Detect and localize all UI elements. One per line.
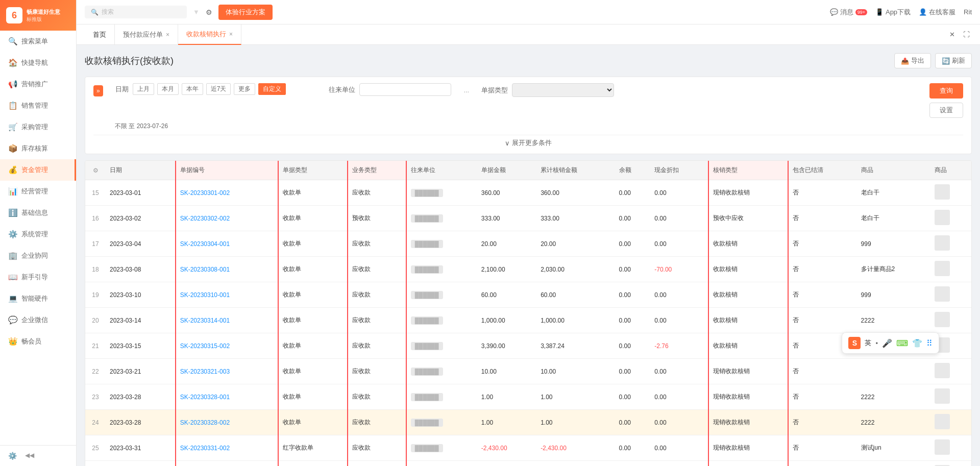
cell-product2: [930, 410, 971, 435]
cell-partner: ██████: [406, 206, 477, 231]
col-header-settings[interactable]: ⚙: [85, 161, 106, 180]
filter-date: 日期 上月 本月 本年 近7天 更多 自定义: [115, 83, 286, 95]
date-btn-more[interactable]: 更多: [234, 83, 255, 95]
sidebar-item-inventory[interactable]: 📦 库存核算: [0, 138, 76, 159]
cell-product2: [930, 180, 971, 206]
system-icon: ⚙️: [8, 230, 17, 239]
message-icon: 💬: [830, 8, 838, 16]
sidebar-item-marketing[interactable]: 📢 营销推广: [0, 73, 76, 95]
cell-bill-type: 收款单: [278, 282, 348, 308]
chevron-down-icon: ∨: [505, 139, 510, 147]
date-btn-7days[interactable]: 近7天: [206, 83, 231, 95]
service-icon: 👤: [919, 8, 927, 16]
sidebar-item-purchase[interactable]: 🛒 采购管理: [0, 116, 76, 138]
export-icon: 📤: [901, 57, 909, 65]
expand-more-button[interactable]: ∨ 展开更多条件: [505, 138, 552, 148]
table-row: 15 2023-03-01 SK-20230301-002 收款单 应收款 ██…: [85, 180, 971, 206]
cell-total-amount: 10.00: [536, 359, 615, 384]
cell-date: 2023-03-02: [106, 206, 176, 231]
cell-partner: ██████: [406, 180, 477, 206]
partner-input[interactable]: [359, 83, 451, 96]
cell-balance: 0.00: [615, 461, 651, 467]
cell-balance: 0.00: [615, 180, 651, 206]
app-download-button[interactable]: 📱 App下载: [875, 8, 911, 17]
col-header-cash-discount: 现金折扣: [650, 161, 708, 180]
cell-product: 2222: [857, 384, 930, 410]
cell-product2: [930, 206, 971, 231]
phone-icon: 📱: [875, 8, 884, 16]
cell-include-settled: 否: [788, 435, 856, 461]
search-icon: 🔍: [8, 37, 17, 46]
date-btn-this-month[interactable]: 本月: [157, 83, 179, 95]
col-header-partner: 往来单位: [406, 161, 477, 180]
cell-cancel-type: 收款核销: [708, 282, 789, 308]
cell-total-amount: 1.00: [536, 384, 615, 410]
sidebar-logo: 6 畅康道好生意 标推版: [0, 0, 76, 31]
settings-icon[interactable]: ⚙️: [8, 452, 17, 460]
filter-settings-button[interactable]: 设置: [929, 103, 963, 118]
cell-product: 测试jun: [857, 435, 930, 461]
date-btn-custom[interactable]: 自定义: [258, 83, 286, 95]
cell-include-settled: 否: [788, 308, 856, 333]
topbar-search[interactable]: 🔍 搜索: [85, 6, 187, 18]
table-row: 16 2023-03-02 SK-20230302-002 收款单 预收款 ██…: [85, 206, 971, 231]
topbar-right: 💬 消息 99+ 📱 App下载 👤 在线客服 Rit: [830, 8, 972, 17]
cell-total-amount: 3,387.24: [536, 333, 615, 359]
cell-balance: 0.00: [615, 231, 651, 257]
sidebar-item-hardware[interactable]: 💻 智能硬件: [0, 288, 76, 309]
sidebar-item-guide[interactable]: 📖 新手引导: [0, 266, 76, 288]
export-button[interactable]: 📤 导出: [894, 53, 931, 68]
cell-business-type: 应收款: [348, 410, 406, 435]
collapse-icon[interactable]: ◀◀: [25, 452, 34, 460]
purchase-icon: 🛒: [8, 122, 17, 132]
query-button[interactable]: 查询: [929, 83, 963, 99]
page-actions: 📤 导出 🔄 刷新: [894, 53, 972, 68]
messages-button[interactable]: 💬 消息 99+: [830, 8, 867, 17]
sidebar-item-member[interactable]: 👑 畅会员: [0, 331, 76, 352]
tab-home[interactable]: 首页: [85, 24, 115, 45]
tab-prepay[interactable]: 预付款应付单 ×: [115, 24, 178, 45]
page-content: 收款核销执行(按收款) 📤 导出 🔄 刷新 »: [77, 45, 980, 466]
popup-logo: S: [848, 337, 861, 349]
tab-collection-close[interactable]: ×: [229, 31, 233, 38]
cell-balance: 0.00: [615, 410, 651, 435]
sidebar-item-quick-nav[interactable]: 🏠 快捷导航: [0, 52, 76, 73]
cell-business-type: 应收款: [348, 435, 406, 461]
logo-text: 畅康道好生意 标推版: [27, 8, 60, 23]
expand-icon[interactable]: ⛶: [961, 29, 972, 40]
sidebar-item-enterprise[interactable]: 🏢 企业协同: [0, 245, 76, 266]
cell-cash-discount: 0.00: [650, 308, 708, 333]
filter-expand-arrow[interactable]: »: [93, 85, 103, 96]
sidebar-item-finance[interactable]: 💰 资金管理: [0, 159, 76, 181]
cell-cash-discount: 0.00: [650, 410, 708, 435]
solution-button[interactable]: 体验行业方案: [218, 5, 273, 20]
tab-prepay-close[interactable]: ×: [166, 31, 169, 38]
topbar-gear-icon[interactable]: ⚙: [206, 8, 212, 16]
sidebar-item-basic[interactable]: ℹ️ 基础信息: [0, 202, 76, 224]
date-btn-last-month[interactable]: 上月: [133, 83, 154, 95]
cell-bill-amount: 60.00: [477, 282, 536, 308]
cell-bill-no: SK-20230331-002: [176, 435, 278, 461]
cell-cancel-type: 现销收款核销: [708, 435, 789, 461]
sidebar-item-operations[interactable]: 📊 经营管理: [0, 181, 76, 202]
online-service-button[interactable]: 👤 在线客服: [919, 8, 955, 17]
tab-collection[interactable]: 收款核销执行 ×: [178, 24, 241, 45]
cell-index: 24: [85, 410, 106, 435]
cell-date: 2023-03-21: [106, 359, 176, 384]
bill-type-select[interactable]: [512, 83, 614, 97]
sidebar-item-search-menu[interactable]: 🔍 搜索菜单: [0, 31, 76, 52]
cell-product: [857, 359, 930, 384]
cell-total-amount: 60.00: [536, 282, 615, 308]
sidebar-item-system[interactable]: ⚙️ 系统管理: [0, 224, 76, 245]
sidebar-item-sales[interactable]: 📋 销售管理: [0, 95, 76, 116]
cell-bill-no: SK-20230304-001: [176, 231, 278, 257]
cell-bill-type: 收款单: [278, 359, 348, 384]
cell-index: 20: [85, 308, 106, 333]
refresh-button[interactable]: 🔄 刷新: [935, 53, 972, 68]
cell-product: 123D商品: [857, 461, 930, 467]
sidebar-item-wechat[interactable]: 💬 企业微信: [0, 309, 76, 331]
close-all-icon[interactable]: ✕: [947, 29, 957, 40]
date-btn-this-year[interactable]: 本年: [182, 83, 203, 95]
hardware-icon: 💻: [8, 294, 17, 303]
member-icon: 👑: [8, 337, 17, 346]
